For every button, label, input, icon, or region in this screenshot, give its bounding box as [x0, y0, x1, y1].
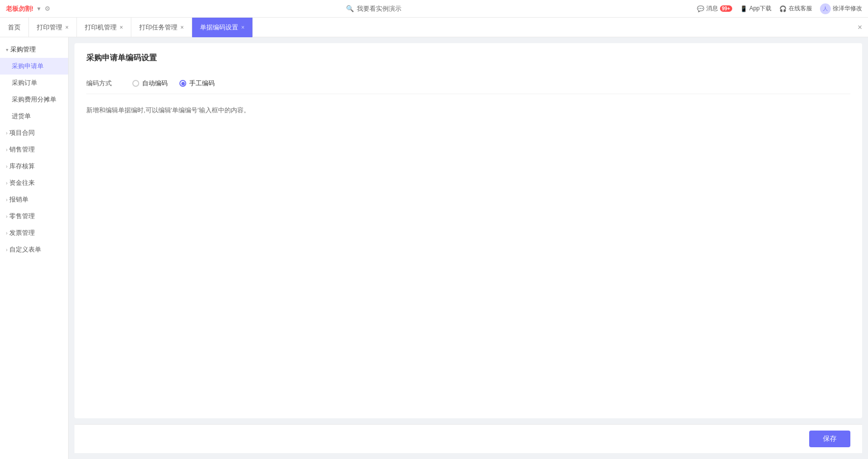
- sidebar-item-purchase-request[interactable]: 采购申请单: [0, 58, 68, 75]
- inbound-label: 进货单: [12, 112, 31, 120]
- user-profile[interactable]: 人 徐泽华修改: [820, 3, 862, 14]
- tab-home-label: 首页: [8, 23, 21, 32]
- page-title: 采购申请单编码设置: [86, 53, 850, 63]
- tab-bar: 首页 打印管理 × 打印机管理 × 打印任务管理 × 单据编码设置 × ×: [0, 18, 868, 37]
- radio-manual-circle: [179, 80, 186, 87]
- tab-single-barcode-label: 单据编码设置: [200, 23, 238, 32]
- invoice-manage-label: 发票管理: [9, 229, 35, 237]
- online-service-label: 在线客服: [789, 4, 812, 13]
- dropdown-icon[interactable]: ▾: [37, 5, 41, 12]
- tab-print-task[interactable]: 打印任务管理 ×: [131, 18, 192, 37]
- message-icon: 💬: [697, 5, 704, 12]
- returns-arrow: ›: [6, 197, 7, 203]
- sidebar-group-fund-transaction[interactable]: › 资金往来: [0, 175, 68, 191]
- tab-print-manage-close[interactable]: ×: [65, 24, 69, 31]
- top-bar-left: 老板勿割! ▾ ⚙: [6, 4, 50, 13]
- sidebar-group-returns[interactable]: › 报销单: [0, 191, 68, 208]
- search-demo-text[interactable]: 我要看实例演示: [357, 4, 401, 13]
- fund-transaction-arrow: ›: [6, 180, 7, 186]
- invoice-manage-arrow: ›: [6, 230, 7, 236]
- custom-forms-label: 自定义表单: [9, 245, 41, 254]
- page-container: 采购申请单编码设置 编码方式 自动编码 手工编码 新增和编辑单据编时,可以编辑'…: [74, 43, 862, 418]
- message-label: 消息: [706, 4, 718, 13]
- sidebar-group-sales-manage[interactable]: › 销售管理: [0, 141, 68, 158]
- project-contract-label: 项目合同: [9, 128, 35, 137]
- sidebar-group-retail-manage[interactable]: › 零售管理: [0, 208, 68, 225]
- purchase-request-label: 采购申请单: [12, 62, 44, 70]
- user-name: 徐泽华修改: [833, 4, 862, 13]
- returns-label: 报销单: [9, 195, 28, 204]
- custom-forms-arrow: ›: [6, 247, 7, 253]
- top-bar-center: 🔍 我要看实例演示: [346, 4, 401, 13]
- tab-printer-manage[interactable]: 打印机管理 ×: [77, 18, 131, 37]
- close-all-tabs-button[interactable]: ×: [852, 23, 868, 32]
- search-icon: 🔍: [346, 5, 354, 12]
- sidebar: ▾ 采购管理 采购申请单 采购订单 采购费用分摊单 进货单 › 项目合同 › 销…: [0, 37, 69, 459]
- top-bar-right: 💬 消息 99+ 📱 App下载 🎧 在线客服 人 徐泽华修改: [697, 3, 862, 14]
- app-download-button[interactable]: 📱 App下载: [740, 4, 771, 13]
- purchase-group-label: 采购管理: [10, 45, 36, 54]
- sidebar-group-purchase-manage[interactable]: ▾ 采购管理: [0, 41, 68, 58]
- sales-manage-arrow: ›: [6, 147, 7, 153]
- tab-printer-manage-label: 打印机管理: [85, 23, 117, 32]
- avatar-icon: 人: [820, 3, 831, 14]
- sidebar-group-project-contract[interactable]: › 项目合同: [0, 125, 68, 141]
- sidebar-group-invoice-manage[interactable]: › 发票管理: [0, 225, 68, 241]
- service-icon: 🎧: [779, 5, 787, 12]
- fund-transaction-label: 资金往来: [9, 178, 35, 187]
- tab-print-manage[interactable]: 打印管理 ×: [29, 18, 77, 37]
- project-contract-arrow: ›: [6, 130, 7, 136]
- save-button[interactable]: 保存: [809, 431, 850, 447]
- tab-print-task-label: 打印任务管理: [139, 23, 177, 32]
- settings-icon[interactable]: ⚙: [45, 5, 50, 12]
- tab-print-manage-label: 打印管理: [37, 23, 62, 32]
- main-layout: ▾ 采购管理 采购申请单 采购订单 采购费用分摊单 进货单 › 项目合同 › 销…: [0, 37, 868, 459]
- purchase-order-label: 采购订单: [12, 79, 37, 86]
- tab-home[interactable]: 首页: [0, 18, 29, 37]
- tab-single-barcode[interactable]: 单据编码设置 ×: [192, 18, 253, 37]
- radio-auto-option[interactable]: 自动编码: [132, 79, 168, 88]
- sales-manage-label: 销售管理: [9, 145, 35, 154]
- message-button[interactable]: 💬 消息 99+: [697, 4, 732, 13]
- message-badge: 99+: [720, 5, 732, 12]
- radio-auto-circle: [132, 80, 139, 87]
- radio-manual-label: 手工编码: [189, 79, 215, 88]
- content-area: 采购申请单编码设置 编码方式 自动编码 手工编码 新增和编辑单据编时,可以编辑'…: [69, 37, 868, 459]
- purchase-expense-label: 采购费用分摊单: [12, 96, 56, 103]
- online-service-button[interactable]: 🎧 在线客服: [779, 4, 812, 13]
- logo-text: 老板勿割!: [6, 4, 33, 13]
- sidebar-item-purchase-order[interactable]: 采购订单: [0, 75, 68, 91]
- app-download-label: App下载: [749, 4, 771, 13]
- encode-mode-label: 编码方式: [86, 79, 121, 88]
- tab-print-task-close[interactable]: ×: [180, 24, 184, 31]
- radio-manual-option[interactable]: 手工编码: [179, 79, 215, 88]
- retail-manage-arrow: ›: [6, 214, 7, 219]
- radio-auto-label: 自动编码: [142, 79, 168, 88]
- sidebar-item-inbound[interactable]: 进货单: [0, 108, 68, 125]
- top-bar: 老板勿割! ▾ ⚙ 🔍 我要看实例演示 💬 消息 99+ 📱 App下载 🎧 在…: [0, 0, 868, 18]
- inventory-settle-label: 库存核算: [9, 162, 35, 171]
- encode-mode-row: 编码方式 自动编码 手工编码: [86, 73, 850, 94]
- inventory-settle-arrow: ›: [6, 164, 7, 169]
- purchase-group-arrow: ▾: [6, 47, 8, 52]
- tab-printer-manage-close[interactable]: ×: [120, 24, 123, 31]
- hint-text: 新增和编辑单据编时,可以编辑'单编编号'输入框中的内容。: [86, 106, 850, 115]
- app-icon: 📱: [740, 5, 747, 12]
- tab-single-barcode-close[interactable]: ×: [241, 24, 245, 31]
- retail-manage-label: 零售管理: [9, 212, 35, 221]
- bottom-action-bar: 保存: [74, 424, 862, 453]
- sidebar-group-custom-forms[interactable]: › 自定义表单: [0, 241, 68, 258]
- sidebar-group-inventory-settle[interactable]: › 库存核算: [0, 158, 68, 175]
- sidebar-item-purchase-expense[interactable]: 采购费用分摊单: [0, 91, 68, 108]
